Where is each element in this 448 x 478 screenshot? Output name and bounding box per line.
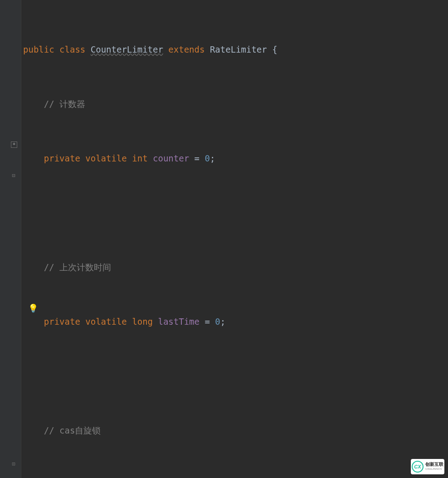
code-area[interactable]: public class CounterLimiter extends Rate… (21, 0, 345, 478)
comment: // 上次计数时间 (44, 262, 111, 272)
code-line[interactable]: private volatile long lastTime = 0; (23, 315, 345, 328)
gutter: + ⊟ ⊡ (0, 0, 21, 478)
class-name: CounterLimiter (91, 44, 163, 54)
comment: // 计数器 (44, 99, 85, 109)
logo-sub: CXHL/INNOV (425, 467, 443, 471)
fold-plus-icon[interactable]: + (11, 141, 17, 148)
code-line[interactable]: public class CounterLimiter extends Rate… (23, 43, 345, 56)
code-line[interactable]: // 计数器 (23, 97, 345, 111)
logo-text: 创新互联 (425, 462, 443, 467)
code-line[interactable] (23, 369, 345, 383)
logo-mark: CX (412, 461, 424, 473)
fold-minus-icon[interactable]: ⊟ (11, 169, 16, 174)
code-line[interactable] (23, 206, 345, 219)
code-line[interactable]: private volatile int counter = 0; (23, 151, 345, 165)
code-editor[interactable]: + ⊟ ⊡ 💡 public class CounterLimiter exte… (0, 0, 448, 478)
comment: // cas自旋锁 (44, 425, 101, 435)
watermark-logo: CX 创新互联 CXHL/INNOV (411, 459, 444, 474)
fold-end-icon[interactable]: ⊡ (11, 457, 16, 463)
code-line[interactable]: // 上次计数时间 (23, 260, 345, 274)
code-line[interactable]: // cas自旋锁 (23, 424, 345, 437)
